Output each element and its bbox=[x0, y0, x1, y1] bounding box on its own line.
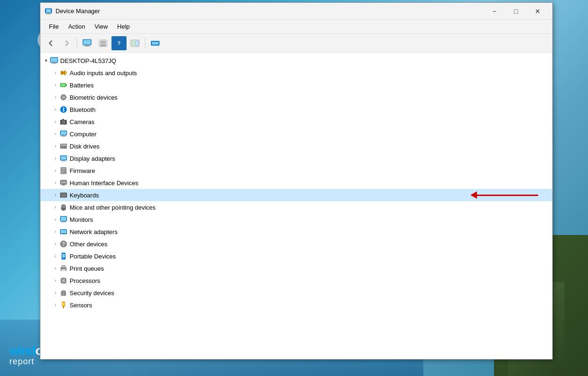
svg-point-37 bbox=[63, 122, 64, 123]
tree-item-security[interactable]: › Security devices bbox=[40, 287, 552, 299]
svg-rect-16 bbox=[132, 41, 135, 46]
device-manager-window: Device Manager − □ ✕ File Action View He… bbox=[40, 2, 553, 360]
tree-item-portable[interactable]: › Portable Devices bbox=[40, 250, 552, 262]
minimize-button[interactable]: − bbox=[484, 4, 505, 19]
tree-item-processors[interactable]: › bbox=[40, 274, 552, 287]
portable-expand-icon: › bbox=[52, 252, 59, 260]
show-devices-button[interactable] bbox=[79, 36, 95, 50]
svg-rect-115 bbox=[63, 306, 64, 308]
svg-rect-65 bbox=[62, 194, 63, 195]
title-bar: Device Manager − □ ✕ bbox=[40, 3, 552, 20]
svg-text:↑: ↑ bbox=[155, 41, 156, 44]
processors-icon bbox=[59, 276, 68, 285]
tree-item-cameras[interactable]: › Cameras bbox=[40, 116, 552, 128]
svg-point-91 bbox=[63, 258, 64, 259]
audio-label: Audio inputs and outputs bbox=[70, 70, 137, 77]
cameras-label: Cameras bbox=[70, 118, 95, 125]
svg-rect-72 bbox=[61, 196, 66, 197]
menu-view[interactable]: View bbox=[90, 21, 112, 32]
cameras-expand-icon: › bbox=[52, 118, 59, 125]
tree-item-mice[interactable]: › Mice and other pointing devices bbox=[40, 201, 552, 213]
keyboards-expand-icon: › bbox=[52, 191, 59, 199]
forward-button[interactable] bbox=[59, 36, 74, 50]
tree-item-bluetooth[interactable]: › ᛒ Bluetooth bbox=[40, 103, 552, 116]
svg-rect-5 bbox=[83, 40, 91, 45]
keyboard-annotation-arrow bbox=[471, 191, 538, 199]
security-expand-icon: › bbox=[52, 289, 59, 297]
main-content: ▼ DESKTOP-4L537JQ › bbox=[40, 53, 552, 359]
root-expand-icon: ▼ bbox=[42, 57, 50, 64]
svg-point-84 bbox=[63, 233, 64, 234]
svg-text:?: ? bbox=[118, 41, 120, 46]
firmware-icon bbox=[59, 166, 68, 175]
maximize-button[interactable]: □ bbox=[505, 4, 527, 19]
menu-file[interactable]: File bbox=[44, 21, 64, 32]
svg-point-32 bbox=[63, 97, 64, 98]
root-label: DESKTOP-4L537JQ bbox=[60, 57, 116, 64]
sensors-label: Sensors bbox=[70, 302, 92, 309]
svg-marker-26 bbox=[63, 70, 65, 76]
bluetooth-expand-icon: › bbox=[52, 106, 59, 113]
svg-rect-98 bbox=[62, 279, 65, 282]
device-tree[interactable]: ▼ DESKTOP-4L537JQ › bbox=[40, 53, 552, 359]
svg-rect-2 bbox=[47, 13, 50, 14]
tree-item-network[interactable]: › Network adapters bbox=[40, 226, 552, 238]
cameras-icon bbox=[59, 118, 68, 126]
svg-point-45 bbox=[64, 147, 66, 148]
tree-item-keyboards[interactable]: › Keyboards bbox=[40, 189, 552, 201]
tree-item-firmware[interactable]: › Firmware bbox=[40, 164, 552, 177]
tree-item-batteries[interactable]: › Batteries bbox=[40, 79, 552, 91]
svg-rect-17 bbox=[135, 41, 138, 46]
tree-item-display[interactable]: › Display adapters bbox=[40, 152, 552, 164]
svg-rect-24 bbox=[51, 63, 57, 64]
display-expand-icon: › bbox=[52, 155, 59, 162]
svg-text:?: ? bbox=[62, 242, 65, 247]
tree-item-audio[interactable]: › Audio inputs and outputs bbox=[40, 67, 552, 79]
tree-root[interactable]: ▼ DESKTOP-4L537JQ bbox=[40, 55, 552, 67]
svg-point-86 bbox=[65, 233, 66, 234]
computer-expand-icon: › bbox=[52, 130, 59, 138]
svg-rect-53 bbox=[61, 169, 66, 170]
list-view-button[interactable] bbox=[95, 36, 111, 50]
batteries-expand-icon: › bbox=[52, 81, 59, 89]
keyboards-label: Keyboards bbox=[70, 192, 99, 199]
portable-icon bbox=[59, 252, 68, 260]
update-driver-button[interactable]: ↑ bbox=[148, 36, 163, 50]
svg-rect-64 bbox=[61, 194, 62, 195]
svg-rect-95 bbox=[62, 270, 65, 270]
tree-item-biometric[interactable]: › Biometric devices bbox=[40, 91, 552, 103]
menu-help[interactable]: Help bbox=[112, 21, 135, 32]
tree-item-print[interactable]: › Print queues bbox=[40, 262, 552, 274]
sensors-icon bbox=[59, 301, 68, 309]
tree-item-disk[interactable]: › Disk drives bbox=[40, 140, 552, 152]
highlight-button[interactable]: ? bbox=[111, 36, 127, 50]
display-label: Display adapters bbox=[70, 155, 115, 162]
svg-rect-68 bbox=[61, 195, 62, 196]
svg-rect-90 bbox=[62, 254, 65, 258]
monitors-label: Monitors bbox=[70, 216, 93, 223]
back-button[interactable] bbox=[43, 36, 58, 50]
svg-rect-3 bbox=[46, 14, 51, 14]
resource-view-button[interactable] bbox=[127, 36, 143, 50]
svg-rect-25 bbox=[61, 71, 63, 75]
portable-label: Portable Devices bbox=[70, 253, 116, 260]
close-button[interactable]: ✕ bbox=[527, 4, 548, 19]
hid-label: Human Interface Devices bbox=[70, 180, 138, 187]
svg-rect-6 bbox=[86, 45, 88, 46]
tree-item-monitors[interactable]: › Monitors bbox=[40, 213, 552, 226]
svg-point-96 bbox=[65, 268, 66, 269]
tree-item-computer[interactable]: › Computer bbox=[40, 128, 552, 140]
menu-bar: File Action View Help bbox=[40, 20, 552, 34]
tree-item-other[interactable]: › ? Other devices bbox=[40, 238, 552, 250]
svg-rect-69 bbox=[62, 195, 63, 196]
tree-item-sensors[interactable]: › Sensors bbox=[40, 299, 552, 311]
keyboards-icon bbox=[59, 191, 68, 199]
svg-rect-79 bbox=[62, 221, 65, 222]
tree-item-hid[interactable]: › Human Interface Devices bbox=[40, 177, 552, 189]
svg-rect-56 bbox=[61, 172, 64, 172]
processors-expand-icon: › bbox=[52, 277, 59, 284]
menu-action[interactable]: Action bbox=[64, 21, 90, 32]
monitors-expand-icon: › bbox=[52, 216, 59, 223]
svg-rect-42 bbox=[61, 136, 66, 137]
svg-rect-48 bbox=[61, 156, 66, 160]
